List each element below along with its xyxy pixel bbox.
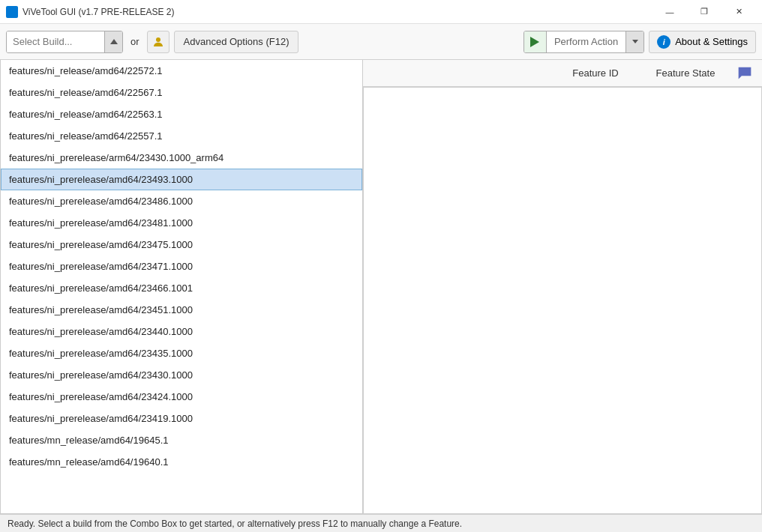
advanced-options-button[interactable]: Advanced Options (F12) xyxy=(174,31,299,53)
select-build-container xyxy=(6,31,123,53)
or-label: or xyxy=(128,36,142,47)
window-title: ViVeTool GUI (v1.7 PRE-RELEASE 2) xyxy=(22,7,652,17)
dropdown-item[interactable]: features/ni_prerelease/amd64/23440.1000 xyxy=(1,321,362,342)
dropdown-item[interactable]: features/ni_prerelease/amd64/23493.1000 xyxy=(1,169,362,190)
perform-action-dropdown-button[interactable] xyxy=(626,31,644,52)
minimize-button[interactable]: — xyxy=(652,0,687,24)
user-icon-button[interactable] xyxy=(147,31,170,53)
dropdown-item[interactable]: features/ni_prerelease/amd64/23451.1000 xyxy=(1,299,362,321)
about-settings-button[interactable]: i About & Settings xyxy=(649,31,756,53)
dropdown-item[interactable]: features/ni_prerelease/amd64/23481.1000 xyxy=(1,212,362,234)
build-dropdown-list: features/ni_release/amd64/22572.1feature… xyxy=(0,60,363,514)
status-bar: Ready. Select a build from the Combo Box… xyxy=(0,514,762,532)
dropdown-item[interactable]: features/ni_prerelease/amd64/23486.1000 xyxy=(1,190,362,212)
dropdown-item[interactable]: features/ni_release/amd64/22557.1 xyxy=(1,125,362,147)
close-button[interactable]: ✕ xyxy=(722,0,756,24)
chat-icon xyxy=(737,66,752,81)
dropdown-item[interactable]: features/mn_release/amd64/19640.1 xyxy=(1,451,362,473)
dropdown-item[interactable]: features/ni_prerelease/amd64/23419.1000 xyxy=(1,408,362,429)
select-build-input[interactable] xyxy=(7,31,104,52)
dropdown-item[interactable]: features/ni_prerelease/amd64/23475.1000 xyxy=(1,234,362,256)
window-controls: — ❐ ✕ xyxy=(652,0,756,24)
maximize-button[interactable]: ❐ xyxy=(687,0,722,24)
toolbar: or Advanced Options (F12) Perform Action… xyxy=(0,24,762,60)
main-content: features/ni_release/amd64/22572.1feature… xyxy=(0,60,762,514)
about-settings-label: About & Settings xyxy=(675,36,748,47)
dropdown-item[interactable]: features/mn_release/amd64/19645.1 xyxy=(1,429,362,451)
dropdown-item[interactable]: features/ni_release/amd64/22567.1 xyxy=(1,82,362,103)
dropdown-item[interactable]: features/ni_prerelease/amd64/23435.1000 xyxy=(1,342,362,364)
dropdown-item[interactable]: features/ni_prerelease/amd64/23424.1000 xyxy=(1,386,362,408)
chat-icon-button[interactable] xyxy=(734,62,756,85)
status-text: Ready. Select a build from the Combo Box… xyxy=(8,519,462,529)
dropdown-item[interactable]: features/ni_prerelease/amd64/23430.1000 xyxy=(1,364,362,386)
dropdown-item[interactable]: features/ni_release/amd64/22572.1 xyxy=(1,60,362,82)
right-panel: Feature ID Feature State xyxy=(363,60,762,514)
dropdown-item[interactable]: features/ni_prerelease/amd64/23471.1000 xyxy=(1,256,362,277)
select-build-dropdown-button[interactable] xyxy=(104,31,122,52)
perform-action-container: Perform Action xyxy=(524,31,644,53)
col-feature-state-header: Feature State xyxy=(640,67,730,79)
build-scroll-area[interactable]: features/ni_release/amd64/22572.1feature… xyxy=(1,60,362,513)
dropdown-item[interactable]: features/ni_prerelease/amd64/23466.1001 xyxy=(1,277,362,299)
dropdown-item[interactable]: features/ni_release/amd64/22563.1 xyxy=(1,103,362,125)
app-icon xyxy=(6,6,18,18)
up-arrow-icon xyxy=(110,39,118,44)
feature-table-header: Feature ID Feature State xyxy=(363,60,762,87)
svg-point-0 xyxy=(156,37,160,42)
play-icon xyxy=(530,37,539,47)
info-icon: i xyxy=(657,35,670,49)
user-icon xyxy=(152,35,165,49)
chevron-down-icon xyxy=(632,40,638,43)
title-bar: ViVeTool GUI (v1.7 PRE-RELEASE 2) — ❐ ✕ xyxy=(0,0,762,24)
perform-action-label: Perform Action xyxy=(547,36,626,47)
perform-play-button[interactable] xyxy=(524,31,547,52)
dropdown-item[interactable]: features/ni_prerelease/arm64/23430.1000_… xyxy=(1,147,362,169)
feature-table-body xyxy=(363,87,762,514)
col-feature-id-header: Feature ID xyxy=(550,67,640,79)
